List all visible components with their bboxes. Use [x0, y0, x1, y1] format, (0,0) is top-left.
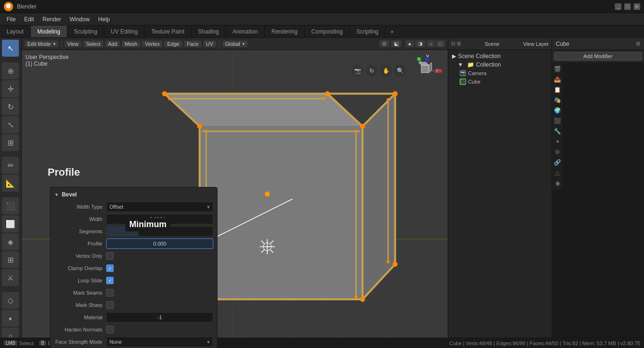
cube-item[interactable]: ⬛ Cube — [450, 77, 550, 86]
scene-panel-toggle[interactable]: ⊟ — [451, 41, 455, 47]
camera-view-button[interactable]: 📷 — [351, 65, 364, 77]
collection-item[interactable]: ▼ 📁 Collection — [450, 60, 550, 69]
vp-xray[interactable]: ⬕ — [391, 40, 401, 47]
mark-seams-label: Mark Seams — [54, 290, 106, 296]
prop-scene-icon[interactable]: 🎭 — [553, 95, 562, 105]
svg-point-72 — [425, 57, 429, 61]
viewport-canvas[interactable]: User Perspective (1) Cube Profile ▼ Beve… — [22, 50, 448, 348]
loop-slide-label: Loop Slide — [54, 278, 106, 283]
menu-edit[interactable]: Edit — [20, 15, 38, 24]
prop-material-icon[interactable]: ◉ — [553, 178, 562, 188]
prop-world-icon[interactable]: 🌍 — [553, 106, 562, 115]
maximize-button[interactable]: □ — [624, 3, 631, 10]
rotate-view-button[interactable]: ↻ — [366, 65, 378, 77]
viewport-area[interactable]: Edit Mode View Select Add Mesh Vertex Ed… — [22, 38, 448, 348]
width-type-dropdown[interactable]: Offset — [106, 202, 213, 212]
vp-add[interactable]: Add — [105, 41, 120, 47]
move-view-button[interactable]: ✋ — [380, 65, 392, 77]
face-strength-dropdown[interactable]: None — [106, 337, 213, 347]
profile-field[interactable]: 0.000 — [106, 238, 213, 249]
tab-texture-paint[interactable]: Texture Paint — [145, 25, 192, 37]
vp-global[interactable]: Global — [222, 41, 248, 47]
tab-uv-editing[interactable]: UV Editing — [104, 25, 145, 37]
tab-sculpting[interactable]: Sculpting — [67, 25, 104, 37]
tool-knife[interactable]: ⚔ — [2, 269, 19, 286]
properties-icons: 🎬 📤 📋 🎭 🌍 ⬛ 🔧 ✦ ⚙ 🔗 △ ◉ — [552, 62, 563, 190]
tool-rip[interactable]: ⬧ — [2, 310, 19, 327]
menu-help[interactable]: Help — [94, 15, 114, 24]
tool-move[interactable]: ✛ — [2, 80, 19, 97]
tab-layout[interactable]: Layout — [0, 25, 31, 37]
tool-scale[interactable]: ⤡ — [2, 116, 19, 133]
vp-face[interactable]: Face — [184, 41, 201, 47]
vp-rendered[interactable]: ○ — [427, 40, 435, 47]
prop-object-icon[interactable]: ⬛ — [553, 116, 562, 126]
prop-render-icon[interactable]: 🎬 — [553, 64, 562, 74]
tool-annotate[interactable]: ✏ — [2, 157, 19, 174]
tool-bevel[interactable]: ◈ — [2, 233, 19, 250]
mark-sharp-checkbox[interactable] — [106, 301, 114, 309]
tool-rotate[interactable]: ↻ — [2, 98, 19, 115]
prop-output-icon[interactable]: 📤 — [553, 75, 562, 84]
scene-collection-item[interactable]: ▶ Scene Collection — [450, 52, 550, 60]
svg-point-64 — [265, 192, 270, 197]
camera-item[interactable]: 📷 Camera — [450, 69, 550, 77]
tab-animation[interactable]: Animation — [226, 25, 265, 37]
tool-inset[interactable]: ⬜ — [2, 215, 19, 232]
mark-seams-checkbox[interactable] — [106, 289, 114, 297]
vp-vertex[interactable]: Vertex — [142, 41, 162, 47]
prop-data-icon[interactable]: △ — [553, 168, 562, 178]
bevel-collapse-icon[interactable]: ▼ — [54, 192, 59, 197]
harden-normals-checkbox[interactable] — [106, 326, 114, 333]
mod-panel-icon1[interactable]: ⊞ — [636, 41, 640, 47]
mark-sharp-row: Mark Sharp — [54, 300, 213, 310]
add-modifier-button[interactable]: Add Modifier — [554, 52, 642, 60]
view-layer-toggle[interactable]: ⊞ — [457, 41, 461, 47]
tab-modeling[interactable]: Modeling — [31, 25, 67, 37]
mode-dropdown[interactable]: Edit Mode — [25, 41, 59, 47]
nav-cube[interactable]: X Y — [408, 52, 446, 90]
vp-uv[interactable]: UV — [203, 41, 216, 47]
vp-wireframe[interactable]: □ — [436, 40, 445, 47]
minimize-button[interactable]: _ — [615, 3, 621, 10]
tab-rendering[interactable]: Rendering — [265, 25, 304, 37]
prop-particles-icon[interactable]: ✦ — [553, 137, 562, 146]
svg-line-25 — [165, 93, 200, 126]
vp-overlay[interactable]: ⊙ — [379, 40, 389, 47]
prop-view-layer-icon[interactable]: 📋 — [553, 85, 562, 94]
svg-point-43 — [325, 91, 330, 96]
tab-add-button[interactable]: + — [385, 25, 399, 37]
tool-measure[interactable]: 📐 — [2, 175, 19, 192]
tool-shear[interactable]: ◇ — [2, 292, 19, 309]
tool-select[interactable]: ↖ — [2, 40, 19, 57]
tool-loop-cut[interactable]: ⊞ — [2, 251, 19, 268]
loop-slide-checkbox[interactable] — [106, 277, 114, 284]
vertex-only-checkbox[interactable] — [106, 252, 114, 260]
menu-render[interactable]: Render — [39, 15, 65, 24]
tab-compositing[interactable]: Compositing — [305, 25, 350, 37]
view-info: User Perspective (1) Cube — [25, 54, 68, 67]
vp-solid[interactable]: ● — [405, 40, 414, 47]
prop-modifier-icon active[interactable]: 🔧 — [553, 127, 562, 136]
zoom-view-button[interactable]: 🔍 — [394, 65, 406, 77]
prop-constraints-icon[interactable]: 🔗 — [553, 158, 562, 167]
vp-mesh[interactable]: Mesh — [122, 41, 140, 47]
menu-file[interactable]: File — [3, 15, 19, 24]
tab-scripting[interactable]: Scripting — [350, 25, 385, 37]
prop-physics-icon[interactable]: ⚙ — [553, 147, 562, 157]
tool-cursor[interactable]: ⊕ — [2, 62, 19, 79]
segments-field[interactable] — [106, 226, 213, 237]
vp-edge[interactable]: Edge — [164, 41, 182, 47]
tool-transform[interactable]: ⊞ — [2, 134, 19, 151]
clamp-overlap-checkbox[interactable] — [106, 264, 114, 272]
tab-shading[interactable]: Shading — [192, 25, 226, 37]
menu-window[interactable]: Window — [66, 15, 93, 24]
vp-view[interactable]: View — [65, 41, 82, 47]
close-button[interactable]: ✕ — [634, 3, 640, 10]
material-field[interactable]: -1 — [106, 312, 213, 323]
vp-material[interactable]: ◑ — [415, 40, 426, 47]
tool-extrude[interactable]: ⬛ — [2, 197, 19, 214]
vp-select[interactable]: Select — [83, 41, 103, 47]
svg-line-61 — [270, 250, 273, 253]
width-field[interactable]: 0.0984m — [106, 214, 213, 224]
